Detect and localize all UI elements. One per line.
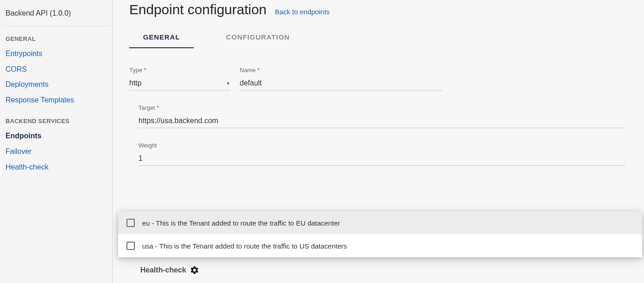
tenant-dropdown-panel: eu - This is the Tenant added to route t… bbox=[118, 211, 642, 257]
form-row-type-name: Type * http ▼ Name * bbox=[129, 67, 626, 91]
checkbox-icon bbox=[126, 242, 135, 250]
type-select-value: http bbox=[129, 79, 226, 87]
field-label-type: Type * bbox=[129, 67, 230, 74]
gear-icon bbox=[190, 266, 199, 275]
health-check-label: Health-check bbox=[140, 266, 186, 274]
tab-configuration[interactable]: CONFIGURATION bbox=[212, 28, 304, 48]
weight-input[interactable] bbox=[138, 154, 626, 163]
back-to-endpoints-link[interactable]: Back to endpoints bbox=[275, 8, 330, 16]
name-input-wrap bbox=[240, 79, 442, 91]
sidebar-item-healthcheck[interactable]: Health-check bbox=[0, 159, 112, 175]
sidebar-section-general: GENERAL Entrypoints CORS Deployments Res… bbox=[0, 35, 112, 108]
type-select[interactable]: http ▼ bbox=[129, 79, 230, 91]
field-type: Type * http ▼ bbox=[129, 67, 230, 91]
form-area: Type * http ▼ Name * Target * bbox=[129, 48, 644, 166]
sidebar-item-endpoints[interactable]: Endpoints bbox=[0, 128, 112, 144]
form-row-target: Target * bbox=[129, 104, 626, 128]
page-header: Endpoint configuration Back to endpoints bbox=[129, 0, 644, 17]
form-row-weight: Weight bbox=[129, 142, 626, 166]
sidebar-section-backend-services: BACKEND SERVICES Endpoints Failover Heal… bbox=[0, 118, 112, 175]
field-label-weight: Weight bbox=[138, 142, 626, 149]
checkbox-icon bbox=[126, 219, 135, 227]
sidebar-section-label-backend: BACKEND SERVICES bbox=[0, 118, 112, 128]
tenant-option-label: usa - This is the Tenant added to route … bbox=[142, 242, 347, 250]
field-name: Name * bbox=[240, 67, 442, 91]
sidebar-section-label-general: GENERAL bbox=[0, 35, 112, 46]
sidebar-item-deployments[interactable]: Deployments bbox=[0, 77, 112, 92]
sidebar: Backend API (1.0.0) GENERAL Entrypoints … bbox=[0, 0, 113, 283]
sidebar-item-entrypoints[interactable]: Entrypoints bbox=[0, 46, 112, 62]
tenant-option-usa[interactable]: usa - This is the Tenant added to route … bbox=[118, 234, 642, 257]
caret-down-icon: ▼ bbox=[226, 81, 230, 86]
field-label-name: Name * bbox=[240, 67, 442, 74]
sidebar-item-failover[interactable]: Failover bbox=[0, 144, 112, 159]
main-content: Endpoint configuration Back to endpoints… bbox=[113, 0, 644, 283]
field-weight: Weight bbox=[138, 142, 626, 166]
health-check-section-header: Health-check bbox=[140, 266, 199, 275]
weight-input-wrap bbox=[138, 154, 626, 166]
tabs: GENERAL CONFIGURATION bbox=[129, 28, 644, 48]
name-input[interactable] bbox=[240, 79, 442, 87]
target-input[interactable] bbox=[138, 117, 626, 125]
target-input-wrap bbox=[138, 117, 626, 128]
tab-general[interactable]: GENERAL bbox=[129, 28, 194, 48]
sidebar-item-cors[interactable]: CORS bbox=[0, 62, 112, 77]
page-title: Endpoint configuration bbox=[129, 2, 267, 17]
field-label-target: Target * bbox=[138, 104, 626, 111]
sidebar-divider bbox=[4, 26, 109, 26]
sidebar-item-response-templates[interactable]: Response Templates bbox=[0, 92, 112, 108]
field-target: Target * bbox=[138, 104, 626, 128]
tenant-option-label: eu - This is the Tenant added to route t… bbox=[142, 219, 340, 227]
sidebar-title: Backend API (1.0.0) bbox=[0, 9, 112, 26]
tenant-option-eu[interactable]: eu - This is the Tenant added to route t… bbox=[118, 211, 642, 234]
